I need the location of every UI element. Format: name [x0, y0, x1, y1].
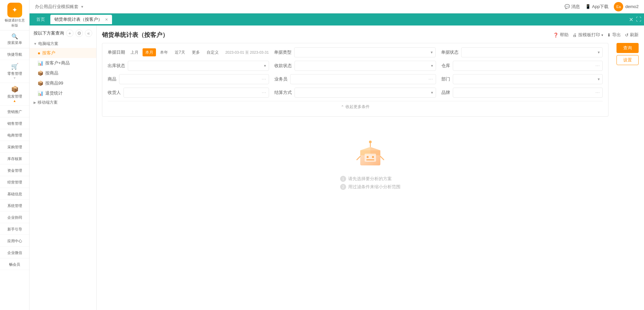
sidebar-search-label: 搜索菜单 [7, 40, 22, 45]
sidebar-item-sales[interactable]: 销售管理 [0, 117, 29, 129]
scheme-panel: 按以下方案查询 + ⚙ « ▼ 电脑端方案 ● 按客户 📊 [30, 25, 97, 310]
date-btn-7days[interactable]: 近7天 [172, 48, 188, 56]
scheme-leaf-by-goods[interactable]: 📦 按商品 [30, 68, 96, 78]
consignee-input[interactable]: ··· [123, 88, 269, 98]
refresh-icon: ↺ [625, 33, 629, 38]
user-profile[interactable]: Ea demo2 [614, 2, 639, 11]
filter-warehouse-item: 仓库 ··· [441, 61, 603, 71]
sidebar-wholesale-label: 批发管理 [7, 94, 22, 99]
goods-input[interactable]: ··· [119, 74, 269, 84]
app-download-action[interactable]: 📱 App下载 [585, 4, 608, 10]
sidebar-item-wholesale[interactable]: 📦 批发管理 ▲ [0, 83, 29, 106]
scheme-collapse-button[interactable]: « [85, 30, 92, 37]
date-btn-this-year[interactable]: 本年 [157, 48, 171, 56]
receipt-status-input[interactable]: ▾ [294, 61, 436, 71]
scheme-leaf-by-customer[interactable]: ● 按客户 [30, 48, 96, 58]
sidebar-operation-label: 经营管理 [7, 180, 22, 185]
out-status-input[interactable]: ▾ [128, 61, 269, 71]
tab-home[interactable]: 首页 [32, 15, 49, 24]
scheme-desktop-arrow-icon: ▼ [34, 42, 37, 46]
sidebar-item-marketing[interactable]: 营销推广 [0, 106, 29, 117]
tab-expand-button[interactable]: ⛶ [636, 16, 641, 23]
scheme-add-button[interactable]: + [66, 30, 73, 37]
tab-close-icon[interactable]: ✕ [105, 17, 108, 22]
sidebar-logo: ✦ 畅捷通好生意 标版 [0, 0, 29, 31]
filter-area: 单据日期 上月 本月 本年 近7天 更多 自定义 2023-03-01 至 20… [102, 43, 608, 117]
scheme-leaf-by-goods99[interactable]: 📦 按商品99 [30, 78, 96, 88]
filter-row-2: 出库状态 ▾ 收款状态 ▾ 仓库 [108, 61, 603, 71]
doc-status-input[interactable]: ▾ [461, 47, 603, 57]
sidebar-item-retail[interactable]: 🛒 零售管理 ▼ [0, 60, 29, 83]
scheme-settings-button[interactable]: ⚙ [75, 30, 83, 37]
message-action[interactable]: 💬 消息 [565, 4, 580, 10]
sidebar-item-system[interactable]: 系统管理 [0, 200, 29, 211]
help-action[interactable]: ❓ 帮助 [553, 32, 569, 38]
date-label: 单据日期 [108, 49, 125, 55]
sidebar-item-nav[interactable]: 快捷导航 [0, 48, 29, 60]
date-filter: 上月 本月 本年 近7天 更多 自定义 [128, 48, 221, 56]
date-btn-more[interactable]: 更多 [189, 48, 203, 56]
scheme-desktop-group-title[interactable]: ▼ 电脑端方案 [30, 40, 96, 48]
logo-text: 畅捷通好生意 [5, 18, 25, 22]
svg-line-9 [357, 156, 360, 160]
sidebar-newbie-label: 新手引导 [7, 227, 22, 232]
scheme-mobile-group-title[interactable]: ▶ 移动端方案 [30, 98, 96, 107]
help-icon: ❓ [553, 33, 558, 38]
scheme-leaf-return-stat[interactable]: 📊 退货统计 [30, 88, 96, 98]
empty-tip-1: 1 请先选择要分析的方案 [340, 176, 400, 182]
sidebar-item-member[interactable]: 畅会员 [0, 258, 29, 270]
refresh-action[interactable]: ↺ 刷新 [625, 32, 639, 38]
filter-row-3: 商品 ··· 业务员 ··· 部门 [108, 74, 603, 84]
export-action[interactable]: ⬇ 导出 [607, 32, 621, 38]
empty-tip-2-label: 用过滤条件来缩小分析范围 [348, 184, 400, 190]
warehouse-input[interactable]: ··· [453, 61, 603, 71]
print-action[interactable]: 🖨 按模板打印 ▾ [573, 32, 603, 38]
svg-point-5 [372, 156, 374, 158]
sidebar-item-purchase[interactable]: 采购管理 [0, 141, 29, 153]
collapse-bar[interactable]: ⌃ 收起更多条件 [108, 101, 603, 112]
settlement-input[interactable]: ▾ [294, 88, 436, 98]
print-icon: 🖨 [573, 33, 577, 38]
tab-sales-stat[interactable]: 销货单统计表（按客户） ✕ [50, 15, 112, 24]
svg-point-8 [369, 141, 372, 143]
empty-icon [354, 137, 387, 170]
svg-rect-6 [366, 159, 374, 160]
date-btn-custom[interactable]: 自定义 [204, 48, 221, 56]
salesperson-input[interactable]: ··· [290, 74, 436, 84]
query-button[interactable]: 查询 [616, 43, 639, 53]
brand-label: 品牌 [441, 90, 450, 96]
breadcrumb-dropdown-icon[interactable]: ▾ [81, 4, 83, 9]
sidebar-item-finance[interactable]: 资金管理 [0, 164, 29, 176]
doc-type-input[interactable]: ▾ [294, 47, 436, 57]
app-download-label: App下载 [592, 4, 608, 10]
settlement-label: 结算方式 [274, 90, 292, 96]
sidebar-item-ecommerce[interactable]: 电商管理 [0, 129, 29, 141]
filter-with-buttons: 单据日期 上月 本月 本年 近7天 更多 自定义 2023-03-01 至 20… [102, 43, 639, 117]
sidebar-item-newbie[interactable]: 新手引导 [0, 223, 29, 235]
empty-tip-2: 2 用过滤条件来缩小分析范围 [340, 184, 400, 190]
sidebar-item-operation[interactable]: 经营管理 [0, 176, 29, 188]
settings-button[interactable]: 设置 [616, 55, 639, 65]
sidebar-search-item[interactable]: 🔍 搜索菜单 [0, 31, 29, 48]
sidebar-item-basic[interactable]: 基础信息 [0, 188, 29, 200]
sidebar-item-enterprise[interactable]: 企业协同 [0, 211, 29, 223]
date-range-text: 2023-03-01 至 2023-03-31 [225, 50, 269, 55]
scheme-leaf-by-customer-goods[interactable]: 📊 按客户+商品 [30, 58, 96, 68]
sidebar-item-apps[interactable]: 应用中心 [0, 235, 29, 247]
export-label: 导出 [612, 32, 621, 38]
consignee-more-icon: ··· [262, 90, 266, 96]
dept-input[interactable]: ▾ [453, 74, 603, 84]
logo-subtext: 标版 [11, 23, 18, 28]
date-btn-this-month[interactable]: 本月 [143, 48, 156, 56]
filter-out-status-item: 出库状态 ▾ [108, 61, 269, 71]
sidebar-item-wechat[interactable]: 企业微信 [0, 247, 29, 258]
tab-close-all-button[interactable]: ✕ [629, 16, 633, 23]
brand-input[interactable]: ··· [453, 88, 603, 98]
scheme-return-stat-icon: 📊 [38, 91, 43, 96]
message-icon: 💬 [565, 4, 570, 9]
date-btn-last-month[interactable]: 上月 [128, 48, 141, 56]
top-header-left: 办公用品行业模拟账套 ▾ [35, 4, 83, 10]
scheme-return-stat-label: 退货统计 [45, 90, 63, 96]
sidebar-item-inventory[interactable]: 库存核算 [0, 153, 29, 164]
right-content-area: 销货单统计表（按客户） ❓ 帮助 🖨 按模板打印 ▾ ⬇ 导出 [97, 25, 644, 310]
